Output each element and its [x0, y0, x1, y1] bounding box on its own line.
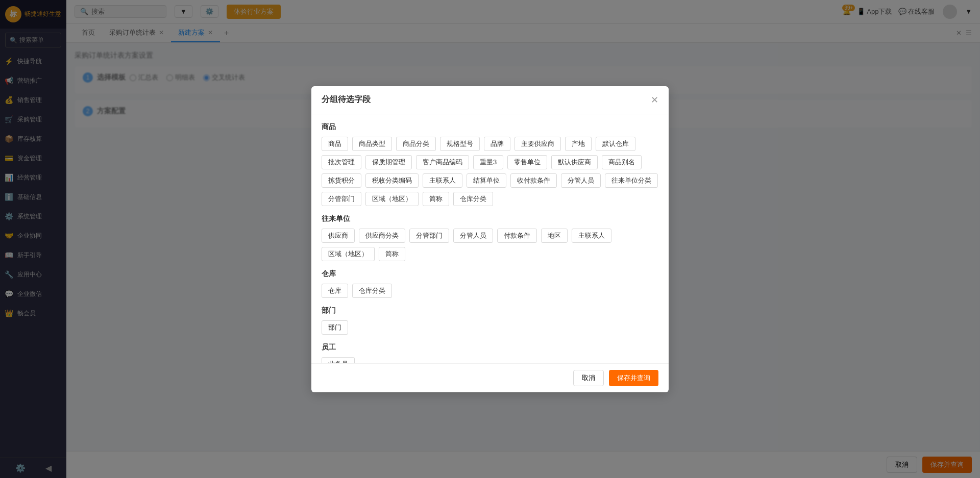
field-tag-wh[interactable]: 仓库	[322, 284, 348, 298]
field-tag-product-category[interactable]: 商品分类	[396, 137, 436, 151]
field-tag-supplier-category[interactable]: 供应商分类	[359, 229, 405, 243]
section-staff-title: 员工	[322, 343, 658, 352]
modal-confirm-btn[interactable]: 保存并查询	[609, 370, 658, 386]
section-warehouse: 仓库 仓库 仓库分类	[322, 269, 658, 298]
field-tag-default-supplier[interactable]: 默认供应商	[551, 155, 598, 169]
field-tag-spec-model[interactable]: 规格型号	[440, 137, 480, 151]
modal-overlay: 分组待选字段 ✕ 商品 商品 商品类型 商品分类 规格型号 品牌 主要供应商 产…	[0, 0, 980, 478]
products-field-grid: 商品 商品类型 商品分类 规格型号 品牌 主要供应商 产地 默认仓库 批次管理 …	[322, 137, 658, 206]
section-department: 部门 部门	[322, 306, 658, 335]
field-tag-salesperson[interactable]: 业务员	[322, 357, 355, 363]
field-tag-area[interactable]: 地区	[541, 229, 568, 243]
section-staff: 员工 业务员	[322, 343, 658, 363]
field-tag-default-warehouse[interactable]: 默认仓库	[596, 137, 635, 151]
field-tag-counterpart-category[interactable]: 往来单位分类	[605, 173, 658, 188]
field-tag-weight3[interactable]: 重量3	[473, 155, 503, 169]
field-tag-customer-code[interactable]: 客户商品编码	[416, 155, 469, 169]
field-tag-wh-category[interactable]: 仓库分类	[352, 284, 392, 298]
field-tag-shelf-life[interactable]: 保质期管理	[365, 155, 412, 169]
field-tag-abbrev-2[interactable]: 简称	[379, 247, 405, 261]
section-warehouse-title: 仓库	[322, 269, 658, 279]
field-tag-region[interactable]: 区域（地区）	[365, 192, 419, 206]
section-counterparts-title: 往来单位	[322, 214, 658, 223]
field-tag-main-contact-2[interactable]: 主联系人	[572, 229, 611, 243]
department-field-grid: 部门	[322, 320, 658, 335]
field-tag-brand[interactable]: 品牌	[484, 137, 510, 151]
field-tag-pick-points[interactable]: 拣货积分	[322, 173, 361, 188]
field-tag-payment-condition[interactable]: 付款条件	[497, 229, 537, 243]
field-tag-tax-code[interactable]: 税收分类编码	[365, 173, 419, 188]
modal-close-btn[interactable]: ✕	[651, 94, 658, 106]
field-tag-abbrev[interactable]: 简称	[423, 192, 449, 206]
modal-body: 商品 商品 商品类型 商品分类 规格型号 品牌 主要供应商 产地 默认仓库 批次…	[311, 114, 669, 363]
field-tag-supplier[interactable]: 供应商	[322, 229, 355, 243]
field-tag-product-type[interactable]: 商品类型	[352, 137, 392, 151]
section-counterparts: 往来单位 供应商 供应商分类 分管部门 分管人员 付款条件 地区 主联系人 区域…	[322, 214, 658, 261]
field-tag-origin[interactable]: 产地	[565, 137, 592, 151]
warehouse-field-grid: 仓库 仓库分类	[322, 284, 658, 298]
field-tag-main-supplier[interactable]: 主要供应商	[514, 137, 561, 151]
section-products: 商品 商品 商品类型 商品分类 规格型号 品牌 主要供应商 产地 默认仓库 批次…	[322, 122, 658, 206]
field-tag-product-alias[interactable]: 商品别名	[602, 155, 642, 169]
field-tag-mgmt-person[interactable]: 分管人员	[453, 229, 493, 243]
counterparts-field-grid: 供应商 供应商分类 分管部门 分管人员 付款条件 地区 主联系人 区域（地区） …	[322, 229, 658, 261]
staff-field-grid: 业务员	[322, 357, 658, 363]
field-tag-payment-terms[interactable]: 收付款条件	[510, 173, 557, 188]
field-tag-warehouse-category[interactable]: 仓库分类	[453, 192, 493, 206]
modal-cancel-btn[interactable]: 取消	[573, 370, 604, 386]
modal-header: 分组待选字段 ✕	[311, 86, 669, 114]
field-tag-batch-mgmt[interactable]: 批次管理	[322, 155, 361, 169]
field-tag-department[interactable]: 部门	[322, 320, 348, 335]
field-tag-dept[interactable]: 分管部门	[322, 192, 361, 206]
field-tag-retail-unit[interactable]: 零售单位	[507, 155, 547, 169]
modal-dialog: 分组待选字段 ✕ 商品 商品 商品类型 商品分类 规格型号 品牌 主要供应商 产…	[311, 86, 669, 392]
section-products-title: 商品	[322, 122, 658, 132]
field-tag-mgmt-dept[interactable]: 分管部门	[409, 229, 449, 243]
field-tag-region-2[interactable]: 区域（地区）	[322, 247, 375, 261]
field-tag-supervisor[interactable]: 分管人员	[561, 173, 601, 188]
modal-title: 分组待选字段	[322, 94, 371, 105]
section-department-title: 部门	[322, 306, 658, 315]
field-tag-product[interactable]: 商品	[322, 137, 348, 151]
modal-footer: 取消 保存并查询	[311, 363, 669, 392]
field-tag-main-contact[interactable]: 主联系人	[423, 173, 462, 188]
field-tag-settlement-unit[interactable]: 结算单位	[467, 173, 506, 188]
